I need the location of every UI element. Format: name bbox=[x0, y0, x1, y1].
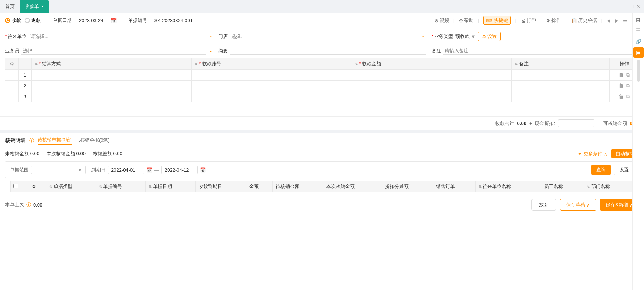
save-btn-label: 保存&新增 bbox=[606, 201, 628, 208]
date-from-input[interactable] bbox=[108, 166, 144, 174]
bottom-col-settings[interactable]: ⚙ bbox=[29, 181, 46, 192]
action-print[interactable]: 🖨 打印 bbox=[521, 17, 536, 24]
footer-info-icon[interactable]: ⓘ bbox=[26, 201, 31, 208]
table-section: ⚙ ⇅ * 结算方式 ⇅ * 收款账号 ⇅ * 收款 bbox=[0, 58, 644, 116]
settings-gear-icon: ⚙ bbox=[482, 34, 486, 39]
form-settings-btn[interactable]: ⚙ 设置 bbox=[478, 32, 501, 41]
col-account-label: 收款账号 bbox=[202, 61, 221, 66]
col-amount2-header: 金额 bbox=[246, 181, 272, 192]
more-filter-btn[interactable]: ▼ 更多条件 ∧ bbox=[577, 150, 608, 157]
row-delete-btn-1[interactable]: 🗑 bbox=[619, 72, 624, 78]
table-row: 1 🗑 ⧉ bbox=[5, 70, 639, 81]
hx-stats: 未核销金额 0.00 本次核销金额 0.00 核销差额 0.00 ▼ 更多条件 … bbox=[5, 148, 639, 161]
partner-more-btn[interactable]: ··· bbox=[208, 34, 213, 39]
sidebar-frame-icon[interactable]: ▣ bbox=[633, 47, 644, 58]
video-icon: ⊙ bbox=[435, 18, 439, 23]
col-due-date-label: 收款到期日 bbox=[199, 184, 222, 189]
sidebar-table-icon[interactable]: ▦ bbox=[633, 15, 644, 25]
action-help[interactable]: ⊙ 帮助 bbox=[459, 17, 474, 24]
store-input[interactable] bbox=[230, 33, 419, 40]
store-row: 门店 ··· bbox=[218, 32, 425, 41]
row-copy-btn-2[interactable]: ⧉ bbox=[626, 83, 630, 89]
sidebar-attachment-icon[interactable]: 🔗 bbox=[633, 36, 644, 47]
abandon-btn[interactable]: 放弃 bbox=[531, 199, 556, 211]
minimize-btn[interactable]: — bbox=[623, 4, 628, 9]
sidebar-scrollbar[interactable] bbox=[637, 60, 640, 82]
action-operate[interactable]: ⚙ 操作 bbox=[546, 17, 561, 24]
nav-right-icon[interactable]: ▶ bbox=[615, 18, 619, 23]
date-to-input[interactable] bbox=[161, 166, 198, 174]
unchecked-value: 0.00 bbox=[30, 151, 39, 156]
more-filter-label: 更多条件 bbox=[584, 150, 602, 157]
col-this-time-label: 本次核销金额 bbox=[326, 184, 355, 189]
this-time-stat: 本次核销金额 0.00 bbox=[47, 150, 86, 157]
tab-shoukuan[interactable]: 收款单 × bbox=[20, 0, 49, 13]
col-partner-label: 往来单位名称 bbox=[483, 184, 511, 189]
row-copy-btn-1[interactable]: ⧉ bbox=[626, 72, 630, 78]
history-icon: 📋 bbox=[571, 18, 577, 23]
maximize-btn[interactable]: □ bbox=[631, 4, 633, 9]
biz-type-select[interactable]: 预收款 ▼ bbox=[455, 33, 476, 40]
unchecked-label: 未核销金额 bbox=[5, 151, 29, 156]
store-more-btn[interactable]: ··· bbox=[421, 34, 426, 39]
hx-header: 核销明细 ⓘ 待核销单据(0笔) 已核销单据(0笔) bbox=[5, 137, 639, 145]
discount-input[interactable] bbox=[558, 119, 594, 127]
action-video[interactable]: ⊙ 视频 bbox=[435, 17, 449, 24]
view-list-icon[interactable]: ☰ bbox=[623, 18, 627, 23]
col-doc-type-header: ⇅ 单据类型 bbox=[46, 181, 96, 192]
tab-home[interactable]: 首页 bbox=[0, 0, 20, 13]
eq-sign: = bbox=[597, 121, 600, 126]
query-btn[interactable]: 查询 bbox=[591, 165, 611, 175]
store-label: 门店 bbox=[218, 33, 228, 40]
col-due-date-header: 收款到期日 bbox=[195, 181, 246, 192]
hx-form-row: 单据范围 ▼ 到期日 📅 — 📅 查询 设置 bbox=[5, 161, 639, 178]
form-area-1: 往来单位 ··· 门店 ··· 业务类型 预收款 ▼ ⚙ 设置 bbox=[0, 28, 644, 45]
tab-close-icon[interactable]: × bbox=[41, 4, 44, 9]
radio-shoukuan[interactable]: 收款 bbox=[5, 17, 21, 24]
nav-left-icon[interactable]: ◀ bbox=[607, 18, 610, 23]
range-select[interactable]: ▼ bbox=[31, 166, 86, 174]
col-discount-header: 折扣分摊额 bbox=[382, 181, 433, 192]
staff-more-btn[interactable]: ··· bbox=[208, 48, 213, 54]
staff-input[interactable] bbox=[21, 47, 206, 55]
col-settings-header[interactable]: ⚙ bbox=[5, 58, 19, 70]
row-copy-btn-3[interactable]: ⧉ bbox=[626, 94, 630, 99]
draft-btn[interactable]: 保存草稿 ∧ bbox=[560, 199, 596, 211]
hx-settings-btn[interactable]: 设置 bbox=[614, 165, 634, 175]
hx-info-icon[interactable]: ⓘ bbox=[29, 137, 34, 144]
partner-input[interactable] bbox=[29, 33, 206, 40]
due-date-item: 到期日 📅 — 📅 bbox=[91, 166, 206, 174]
hx-tab-done[interactable]: 已核销单据(0笔) bbox=[75, 137, 110, 144]
remark-input[interactable] bbox=[443, 47, 639, 55]
col-pending-header: 待核销金额 bbox=[272, 181, 323, 192]
sidebar-list-icon[interactable]: ☰ bbox=[633, 26, 644, 36]
row-delete-btn-3[interactable]: 🗑 bbox=[619, 94, 624, 99]
hx-section: 核销明细 ⓘ 待核销单据(0笔) 已核销单据(0笔) 未核销金额 0.00 本次… bbox=[0, 130, 644, 196]
summary-label: 摘要 bbox=[218, 48, 228, 54]
summary-row: 收款合计 0.00 + 现金折扣: = 可核销金额 0.00 bbox=[0, 116, 644, 130]
hx-tab-pending[interactable]: 待核销单据(0笔) bbox=[38, 137, 72, 145]
filter-icon: ▼ bbox=[577, 151, 582, 157]
row-delete-btn-2[interactable]: 🗑 bbox=[619, 83, 624, 89]
radio-tuikuan[interactable]: 退款 bbox=[25, 17, 41, 24]
col-this-time-header: 本次核销金额 bbox=[323, 181, 382, 192]
col-doc-date-header: ⇅ 单据日期 bbox=[146, 181, 195, 192]
calendar-icon-1[interactable]: 📅 bbox=[111, 18, 117, 23]
total-label: 收款合计 bbox=[495, 120, 514, 127]
col-checkbox-header[interactable] bbox=[11, 181, 29, 192]
footer-amount: 0.00 bbox=[33, 202, 42, 208]
settings-btn-label: 设置 bbox=[487, 33, 497, 40]
total-value: 0.00 bbox=[517, 121, 526, 126]
calendar-icon-from[interactable]: 📅 bbox=[146, 167, 152, 173]
action-shortcut[interactable]: ⌨ 快捷键 bbox=[483, 16, 511, 25]
toolbar-divider-1 bbox=[47, 17, 47, 24]
summary-input[interactable] bbox=[230, 47, 425, 55]
select-all-checkbox[interactable] bbox=[13, 184, 18, 188]
print-icon: 🖨 bbox=[521, 18, 526, 23]
action-history[interactable]: 📋 历史单据 bbox=[571, 17, 597, 24]
print-label: 打印 bbox=[527, 17, 536, 24]
partner-row: 往来单位 ··· bbox=[5, 32, 212, 41]
calendar-icon-to[interactable]: 📅 bbox=[200, 167, 206, 173]
close-btn[interactable]: ✕ bbox=[636, 4, 640, 9]
radio-group: 收款 退款 bbox=[5, 17, 41, 24]
